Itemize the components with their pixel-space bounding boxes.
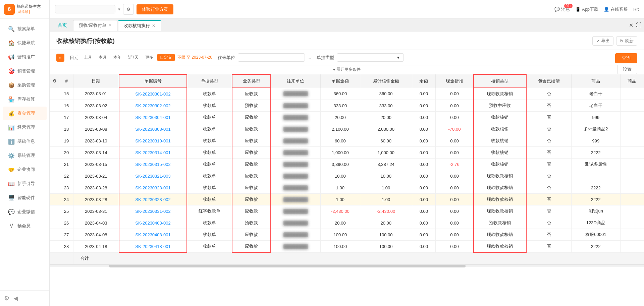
row-num: 19	[60, 135, 73, 147]
row-verify-type: 现款收款核销	[474, 170, 526, 182]
voucher-no-link[interactable]: SK-20230302-002	[135, 103, 171, 108]
tab-verify[interactable]: 收款核销执行 ✕	[118, 20, 161, 31]
app-download-button[interactable]: 📱 App下载	[575, 6, 598, 12]
voucher-no-link[interactable]: SK-20230315-002	[135, 162, 171, 167]
export-button[interactable]: ↗ 导出	[592, 36, 613, 46]
row-num: 16	[60, 100, 73, 112]
footer-label: 合计	[73, 252, 644, 264]
row-date: 2023-04-03	[73, 217, 119, 229]
date-more[interactable]: 更多	[143, 54, 156, 61]
voucher-no-link[interactable]: SK-20230408-001	[135, 232, 171, 237]
online-service-button[interactable]: 👤 在线客服	[604, 6, 628, 12]
date-custom-btn[interactable]: 自定义	[157, 54, 175, 61]
voucher-no-link[interactable]: SK-20230310-001	[135, 138, 171, 143]
tab-expand-icon[interactable]: ⛶	[636, 22, 641, 28]
voucher-type-select[interactable]: ▾	[337, 53, 404, 62]
sidebar-item-wechat[interactable]: 💬企业微信	[3, 205, 47, 219]
row-include-settled: 否	[526, 159, 572, 170]
row-goods2	[620, 147, 644, 159]
row-biz-type: 应收款	[232, 147, 270, 159]
voucher-no-link[interactable]: SK-20230331-002	[135, 209, 171, 214]
row-biz-type: 应收款	[232, 123, 270, 135]
filter-toggle-button[interactable]: »	[56, 54, 64, 62]
voucher-no-link[interactable]: SK-20230301-002	[135, 91, 171, 97]
settings-icon[interactable]: ⚙	[4, 295, 9, 302]
col-header-voucher-type: 单据类型	[187, 74, 232, 88]
row-goods2	[620, 100, 644, 112]
row-include-settled: 否	[526, 182, 572, 194]
row-cumulative: -2,430.00	[360, 205, 412, 217]
partner-input[interactable]	[238, 53, 305, 62]
col-header-biz-type: 业务类型	[232, 74, 270, 88]
table-body: 15 2023-03-01 SK-20230301-002 收款单 应收款 ██…	[50, 88, 644, 252]
voucher-no-link[interactable]: SK-20230328-001	[135, 185, 171, 190]
row-include-settled: 否	[526, 112, 572, 123]
row-goods2	[620, 205, 644, 217]
voucher-no-link[interactable]: SK-20230304-001	[135, 115, 171, 120]
row-amount: 1.00	[321, 182, 360, 194]
breadcrumb-input[interactable]	[55, 5, 115, 13]
table-footer-row: 合计	[50, 252, 644, 264]
row-voucher-type: 收款单	[187, 241, 232, 253]
user-avatar[interactable]: Rit	[633, 7, 639, 12]
tab-close-all-icon[interactable]: ✕	[629, 22, 633, 28]
row-biz-type: 应收款	[232, 135, 270, 147]
table-row: 19 2023-03-10 SK-20230310-001 收款单 应收款 ██…	[50, 135, 644, 147]
voucher-no-link[interactable]: SK-20230403-002	[135, 221, 171, 226]
tab-home[interactable]: 首页	[52, 20, 72, 31]
voucher-no-link[interactable]: SK-20230328-002	[135, 197, 171, 202]
date-this-year[interactable]: 本年	[111, 54, 124, 61]
date-7days[interactable]: 近7天	[125, 54, 141, 61]
refresh-button[interactable]: ↻ 刷新	[616, 36, 637, 46]
row-gear	[50, 194, 60, 205]
tab-close-icon[interactable]: ✕	[108, 23, 112, 28]
sidebar-item-hardware[interactable]: 🖥️智能硬件	[3, 191, 47, 204]
sidebar-item-inventory[interactable]: 🏪库存核算	[3, 93, 47, 106]
message-button[interactable]: 💬 消息 99+	[554, 6, 570, 12]
sidebar-item-enterprise[interactable]: 🤝企业协同	[3, 163, 47, 176]
sidebar-item-sales[interactable]: 🎯销售管理	[3, 64, 47, 78]
gear-button[interactable]: ⚙	[123, 4, 134, 15]
sidebar-item-purchase[interactable]: 📦采购管理	[3, 78, 47, 92]
row-biz-type: 应收款	[232, 229, 270, 241]
row-biz-type: 应收款	[232, 88, 270, 100]
voucher-no-link[interactable]: SK-20230321-003	[135, 174, 171, 179]
row-voucher-type: 收款单	[187, 147, 232, 159]
sidebar-item-shortcut[interactable]: 🏠快捷导航	[3, 36, 47, 50]
row-num: 23	[60, 182, 73, 194]
sidebar-item-finance[interactable]: 💰资金管理	[3, 107, 47, 120]
row-biz-type: 预收款	[232, 100, 270, 112]
voucher-no-link[interactable]: SK-20230418-001	[135, 244, 171, 249]
row-goods2	[620, 88, 644, 100]
sidebar-item-guide[interactable]: 📖新手引导	[3, 177, 47, 190]
date-last-month[interactable]: 上月	[81, 54, 95, 61]
solution-button[interactable]: 体验行业方案	[137, 4, 173, 14]
col-header-voucher-no: 单据编号	[119, 74, 187, 88]
query-button[interactable]: 查询	[615, 53, 637, 63]
expand-conditions-button[interactable]: ▾ 展开更多条件	[333, 67, 361, 72]
sidebar-item-search[interactable]: 🔍搜索菜单	[3, 22, 47, 36]
tab-close-active-icon[interactable]: ✕	[152, 23, 155, 28]
sidebar-item-member[interactable]: V畅会员	[3, 219, 47, 233]
more-conditions-icon[interactable]: ...	[308, 55, 311, 60]
date-this-month[interactable]: 本月	[96, 54, 109, 61]
collapse-icon[interactable]: ◀	[13, 295, 18, 302]
sidebar-item-system[interactable]: ⚙️系统管理	[3, 149, 47, 162]
row-goods2	[620, 194, 644, 205]
sidebar-item-operations[interactable]: 📊经营管理	[3, 121, 47, 134]
table-settings-button[interactable]: 设置	[617, 65, 637, 74]
row-num: 28	[60, 241, 73, 253]
row-biz-type: 应收款	[232, 112, 270, 123]
col-header-gear[interactable]: ⚙	[50, 74, 60, 88]
voucher-no-link[interactable]: SK-20230308-001	[135, 127, 171, 132]
service-icon: 👤	[604, 7, 609, 12]
row-goods2	[620, 229, 644, 241]
sidebar-item-marketing[interactable]: 📢营销推广	[3, 50, 47, 64]
row-partner: ████████	[271, 217, 321, 229]
sidebar-item-basic[interactable]: ℹ️基础信息	[3, 135, 47, 148]
tab-advance[interactable]: 预收/应收付单 ✕	[73, 20, 117, 31]
voucher-no-link[interactable]: SK-20230314-001	[135, 150, 171, 155]
sidebar-nav: 🔍搜索菜单🏠快捷导航📢营销推广🎯销售管理📦采购管理🏪库存核算💰资金管理📊经营管理…	[0, 19, 49, 290]
row-include-settled: 否	[526, 241, 572, 253]
voucher-type-filter-group: 单据类型 ▾	[317, 53, 404, 62]
